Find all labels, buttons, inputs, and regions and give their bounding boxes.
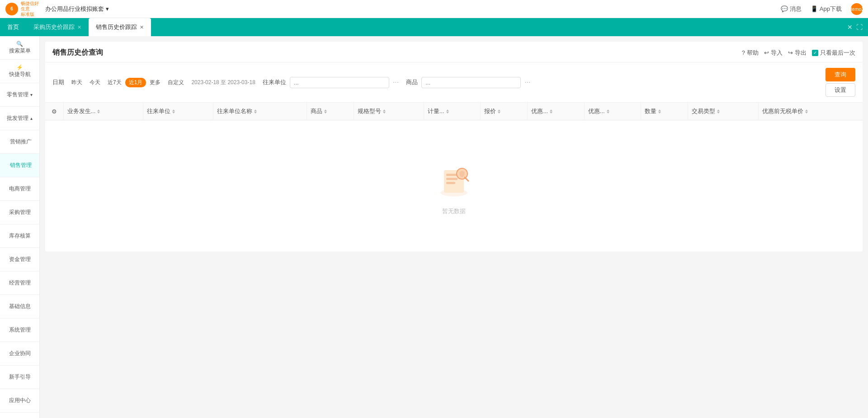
company-name: 办公用品行业模拟账套 (45, 5, 104, 13)
user-avatar-action[interactable]: demo2 (851, 3, 863, 15)
sidebar-label-system: 系统管理 (9, 326, 31, 334)
shortcut-custom[interactable]: 自定义 (164, 78, 188, 87)
sidebar-label-marketing: 营销推广 (10, 138, 32, 146)
sort-quote[interactable] (498, 109, 500, 114)
counterpart-picker-icon[interactable]: ··· (393, 78, 399, 86)
th-discount1[interactable]: 优惠... (528, 103, 584, 120)
search-icon: 🔍 (16, 41, 23, 47)
export-button[interactable]: ↪ 导出 (788, 49, 807, 57)
th-product[interactable]: 商品 (307, 103, 354, 120)
product-input[interactable] (421, 77, 521, 88)
sort-trade-type[interactable] (717, 109, 720, 114)
sidebar-item-appcenter[interactable]: 应用中心 (0, 389, 39, 413)
sort-quantity[interactable] (658, 109, 661, 114)
sidebar-item-guide[interactable]: 新手引导 (0, 366, 39, 389)
sidebar-label-guide: 新手引导 (9, 373, 31, 381)
tab-sales-close[interactable]: ✕ (140, 24, 144, 30)
app-icon: 📱 (811, 5, 818, 12)
sidebar-item-sales-mgmt[interactable]: 销售管理 (0, 154, 39, 177)
sidebar-item-ecommerce[interactable]: 电商管理 (0, 177, 39, 201)
sidebar-item-quicknav[interactable]: ⚡ 快捷导航 (0, 60, 39, 83)
empty-illustration (431, 157, 476, 202)
counterpart-label: 往来单位 (263, 78, 286, 86)
tab-close-all-icon[interactable]: ✕ (847, 24, 853, 31)
shortcut-today[interactable]: 今天 (86, 78, 104, 87)
tab-purchase-close[interactable]: ✕ (77, 24, 81, 30)
sort-discount2[interactable] (607, 109, 609, 114)
content-area: 销售历史价查询 ? 帮助 ↩ 导入 ↪ 导出 ✓ (40, 36, 868, 418)
export-icon: ↪ (788, 49, 793, 56)
product-picker-icon[interactable]: ··· (524, 78, 530, 86)
help-icon: ? (742, 49, 745, 56)
tab-sales-label: 销售历史价跟踪 (96, 23, 137, 31)
th-gear[interactable]: ⚙ (45, 103, 63, 120)
shortcut-more[interactable]: 更多 (146, 78, 164, 87)
product-filter-group: 商品 ··· (406, 77, 530, 88)
sidebar-item-system[interactable]: 系统管理 (0, 318, 39, 342)
sidebar-item-wechat[interactable]: 企业微信 (0, 413, 39, 418)
sidebar-item-operations[interactable]: 经营管理 (0, 271, 39, 295)
sidebar-label-inventory: 库存核算 (9, 232, 31, 240)
tab-bar-actions: ✕ ⛶ (847, 24, 868, 31)
th-counterpart[interactable]: 往来单位 (143, 103, 213, 120)
sort-unit[interactable] (446, 109, 449, 114)
sort-discount1[interactable] (550, 109, 552, 114)
message-icon: 💬 (781, 5, 788, 12)
tab-purchase[interactable]: 采购历史价跟踪 ✕ (26, 18, 89, 36)
chevron-up-icon: ▴ (30, 116, 33, 121)
logo-text: 畅捷信好生意 标准版 (21, 1, 42, 17)
import-button[interactable]: ↩ 导入 (764, 49, 783, 57)
tab-sales[interactable]: 销售历史价跟踪 ✕ (89, 18, 151, 36)
th-biz-date[interactable]: 业务发生... (63, 103, 143, 120)
tab-maximize-icon[interactable]: ⛶ (856, 24, 863, 31)
sidebar-item-purchase-mgmt[interactable]: 采购管理 (0, 201, 39, 224)
settings-button[interactable]: 设置 (826, 83, 855, 97)
th-trade-type[interactable]: 交易类型 (688, 103, 758, 120)
tab-purchase-label: 采购历史价跟踪 (33, 23, 75, 31)
sort-counterpart[interactable] (172, 109, 175, 114)
app-label: App下载 (820, 5, 842, 13)
export-label: 导出 (795, 49, 807, 57)
help-button[interactable]: ? 帮助 (742, 49, 759, 57)
sidebar-item-inventory[interactable]: 库存核算 (0, 224, 39, 248)
user-name: demo2 (849, 6, 864, 12)
help-label: 帮助 (747, 49, 759, 57)
sidebar-item-marketing[interactable]: 营销推广 (0, 130, 39, 154)
empty-text: 暂无数据 (442, 207, 466, 215)
shortcut-month[interactable]: 近1月 (125, 78, 146, 87)
empty-state: 暂无数据 (45, 120, 863, 252)
sidebar-item-finance[interactable]: 资金管理 (0, 248, 39, 271)
sidebar-item-basic[interactable]: 基础信息 (0, 295, 39, 318)
th-discount2[interactable]: 优惠... (584, 103, 641, 120)
counterpart-input[interactable] (290, 77, 389, 88)
th-quote[interactable]: 报价 (481, 103, 528, 120)
sort-biz-date[interactable] (97, 109, 100, 114)
sidebar-label-appcenter: 应用中心 (9, 397, 31, 404)
shortcut-yesterday[interactable]: 昨天 (68, 78, 86, 87)
th-quantity[interactable]: 数量 (641, 103, 688, 120)
message-action[interactable]: 💬 消息 (781, 5, 802, 13)
sort-product[interactable] (324, 109, 327, 114)
sort-spec[interactable] (383, 109, 386, 114)
logo-icon: 6 (5, 3, 18, 15)
th-counterpart-name[interactable]: 往来单位名称 (213, 103, 307, 120)
th-unit[interactable]: 计量... (424, 103, 480, 120)
table-container: ⚙ 业务发生... (45, 103, 863, 252)
app-download-action[interactable]: 📱 App下载 (811, 5, 842, 13)
sidebar-item-search[interactable]: 🔍 搜索菜单 (0, 36, 39, 60)
sidebar-item-wholesale[interactable]: 批发管理 ▴ (0, 107, 39, 130)
sort-counterpart-name[interactable] (254, 109, 257, 114)
chevron-down-icon: ▾ (106, 5, 109, 12)
last-once-checkbox[interactable]: ✓ 只看最后一次 (812, 49, 855, 57)
query-button[interactable]: 查询 (826, 68, 855, 81)
tab-home[interactable]: 首页 (0, 18, 26, 36)
sort-pretax-price[interactable] (805, 109, 808, 114)
gear-icon[interactable]: ⚙ (52, 108, 57, 115)
th-spec[interactable]: 规格型号 (354, 103, 424, 120)
shortcut-week[interactable]: 近7天 (104, 78, 125, 87)
top-bar-right: 💬 消息 📱 App下载 demo2 (781, 3, 863, 15)
th-pretax-price[interactable]: 优惠前无税单价 (758, 103, 863, 120)
sidebar-item-cooperation[interactable]: 企业协同 (0, 342, 39, 366)
company-dropdown[interactable]: 办公用品行业模拟账套 ▾ (42, 3, 113, 15)
sidebar-item-retail[interactable]: 零售管理 ▾ (0, 83, 39, 107)
